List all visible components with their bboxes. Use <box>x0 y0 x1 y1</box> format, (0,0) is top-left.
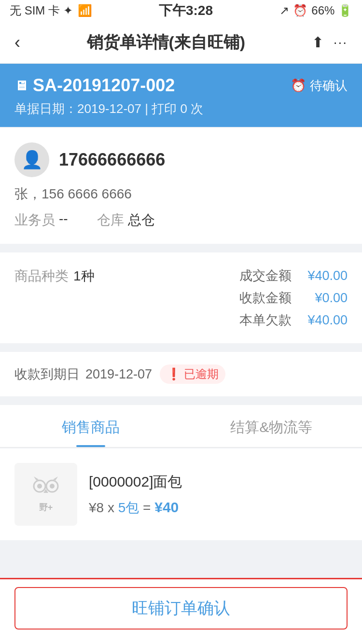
more-icon[interactable]: ··· <box>334 35 348 50</box>
product-card: 野+ [0000002]面包 ¥8 x 5包 = ¥40 <box>0 448 362 540</box>
svg-marker-5 <box>53 476 58 480</box>
divider-2 <box>0 344 362 352</box>
due-label: 收款到期日 <box>14 365 80 383</box>
price-qty: 5包 <box>118 500 139 515</box>
price-total: ¥40 <box>154 499 179 515</box>
due-date-card: 收款到期日 2019-12-07 ❗ 已逾期 <box>0 352 362 396</box>
received-amount-row: 收款金额 ¥0.00 <box>239 289 348 307</box>
staff-value: -- <box>59 211 68 229</box>
warehouse-label: 仓库 <box>97 211 124 229</box>
tabs-bar: 销售商品 结算&物流等 <box>0 405 362 448</box>
nav-right: ⬆ ··· <box>312 34 348 51</box>
customer-phone: 17666666666 <box>59 150 165 170</box>
customer-card: 👤 17666666666 张，156 6666 6666 业务员 -- 仓库 … <box>0 128 362 244</box>
order-icon: 🖥 <box>14 78 28 94</box>
status-time: 下午3:28 <box>159 1 213 20</box>
due-date: 2019-12-07 <box>85 367 152 382</box>
balance-label: 本单欠款 <box>239 311 292 329</box>
summary-card: 商品种类 1种 成交金额 ¥40.00 收款金额 ¥0.00 本单欠款 ¥40.… <box>0 252 362 343</box>
avatar: 👤 <box>14 142 49 177</box>
warehouse-value: 总仓 <box>128 211 155 229</box>
customer-meta: 业务员 -- 仓库 总仓 <box>14 211 348 229</box>
tab-settlement[interactable]: 结算&物流等 <box>181 405 362 447</box>
deal-amount-value: ¥40.00 <box>299 268 348 283</box>
order-id: 🖥 SA-20191207-002 <box>14 75 175 96</box>
product-type-value: 1种 <box>73 267 95 285</box>
status-bar: 无 SIM 卡 ✦ 📶 下午3:28 ↗ ⏰ 66% 🔋 <box>0 0 362 21</box>
battery: 66% 🔋 <box>311 4 352 17</box>
product-type-row: 商品种类 1种 <box>14 267 95 285</box>
order-date: 单据日期：2019-12-07 | 打印 0 次 <box>14 100 348 117</box>
received-value: ¥0.00 <box>299 291 348 306</box>
product-price: ¥8 x 5包 = ¥40 <box>89 499 348 517</box>
warning-icon: ❗ <box>167 367 181 381</box>
clock-icon: ⏰ <box>291 78 306 93</box>
divider-1 <box>0 245 362 252</box>
received-label: 收款金额 <box>239 289 292 307</box>
balance-row: 本单欠款 ¥40.00 <box>239 311 348 329</box>
nav-left: ‹ <box>14 32 20 53</box>
summary-right: 成交金额 ¥40.00 收款金额 ¥0.00 本单欠款 ¥40.00 <box>239 267 348 329</box>
deal-amount-row: 成交金额 ¥40.00 <box>239 267 348 284</box>
bottom-bar: 旺铺订单确认 <box>0 578 362 644</box>
product-info: [0000002]面包 ¥8 x 5包 = ¥40 <box>89 472 348 517</box>
price-base: ¥8 x <box>89 500 118 515</box>
alarm-icon: ⏰ <box>293 4 307 17</box>
svg-marker-4 <box>34 476 39 480</box>
overdue-badge: ❗ 已逾期 <box>160 364 225 384</box>
svg-point-3 <box>50 484 55 489</box>
sim-signal: 无 SIM 卡 ✦ <box>10 3 73 18</box>
overdue-text: 已逾期 <box>184 366 219 382</box>
status-right: ↗ ⏰ 66% 🔋 <box>279 4 352 17</box>
deal-amount-label: 成交金额 <box>239 267 292 284</box>
owl-logo-icon <box>29 476 63 500</box>
person-icon: 👤 <box>21 150 43 170</box>
share-icon[interactable]: ⬆ <box>312 34 324 51</box>
divider-3 <box>0 397 362 405</box>
page-title: 销货单详情(来自旺铺) <box>87 31 246 54</box>
svg-point-2 <box>37 484 42 489</box>
balance-value: ¥40.00 <box>299 313 348 328</box>
product-name: [0000002]面包 <box>89 472 348 492</box>
confirm-order-button[interactable]: 旺铺订单确认 <box>14 587 348 630</box>
product-thumbnail: 野+ <box>14 463 77 526</box>
order-header: 🖥 SA-20191207-002 ⏰ 待确认 单据日期：2019-12-07 … <box>0 64 362 127</box>
price-sep: = <box>139 500 154 515</box>
customer-name: 张，156 6666 6666 <box>14 185 348 203</box>
tab-sales[interactable]: 销售商品 <box>0 405 181 447</box>
staff-label: 业务员 <box>14 211 55 229</box>
product-type-label: 商品种类 <box>14 267 69 285</box>
back-button[interactable]: ‹ <box>14 32 20 53</box>
order-status: ⏰ 待确认 <box>291 77 348 94</box>
nav-bar: ‹ 销货单详情(来自旺铺) ⬆ ··· <box>0 21 362 64</box>
location-icon: ↗ <box>279 4 289 17</box>
status-left: 无 SIM 卡 ✦ 📶 <box>10 3 92 18</box>
wifi-icon: 📶 <box>78 4 92 17</box>
